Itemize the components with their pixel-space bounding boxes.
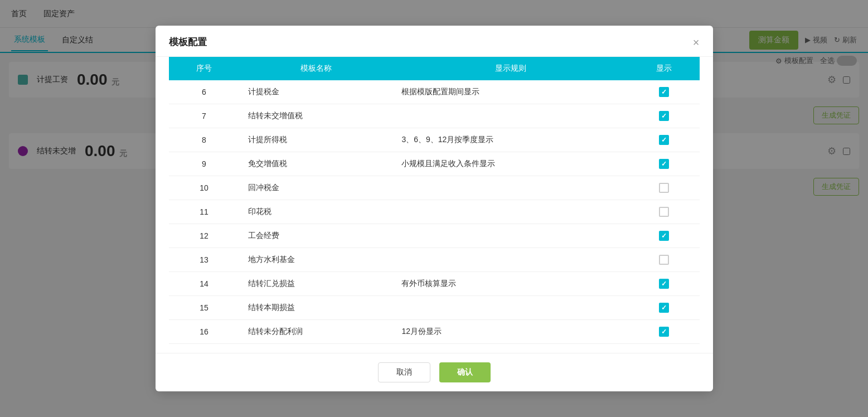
checkbox-checked-3[interactable] [659, 159, 669, 169]
cell-rule-5 [392, 200, 628, 224]
table-row: 10回冲税金 [169, 176, 700, 200]
checkbox-checked-8[interactable] [659, 279, 669, 289]
modal-overlay: 模板配置 × 序号 模板名称 显示规则 显示 6计提税金根据模版配置期间显示7结… [0, 0, 868, 417]
cell-no-8: 14 [169, 272, 240, 296]
cell-check-2[interactable] [629, 128, 700, 152]
cell-name-4: 回冲税金 [239, 176, 392, 200]
cell-check-8[interactable] [629, 272, 700, 296]
table-row: 8计提所得税3、6、9、12月按季度显示 [169, 128, 700, 152]
cell-no-2: 8 [169, 128, 240, 152]
table-row: 12工会经费 [169, 224, 700, 248]
table-row: 14结转汇兑损益有外币核算显示 [169, 272, 700, 296]
config-table: 序号 模板名称 显示规则 显示 6计提税金根据模版配置期间显示7结转未交增值税8… [169, 57, 700, 344]
checkbox-2[interactable] [638, 135, 691, 145]
cell-check-6[interactable] [629, 224, 700, 248]
checkbox-6[interactable] [638, 231, 691, 241]
cell-name-8: 结转汇兑损益 [239, 272, 392, 296]
cell-name-5: 印花税 [239, 200, 392, 224]
checkbox-checked-1[interactable] [659, 111, 669, 121]
checkbox-unchecked-5[interactable] [659, 207, 669, 217]
cell-name-6: 工会经费 [239, 224, 392, 248]
checkbox-unchecked-7[interactable] [659, 255, 669, 265]
cell-rule-1 [392, 104, 628, 128]
cell-check-7[interactable] [629, 248, 700, 272]
cell-rule-3: 小规模且满足收入条件显示 [392, 152, 628, 176]
cell-name-10: 结转未分配利润 [239, 320, 392, 344]
table-header-row: 序号 模板名称 显示规则 显示 [169, 57, 700, 80]
col-header-no: 序号 [169, 57, 240, 80]
cell-no-6: 12 [169, 224, 240, 248]
template-config-dialog: 模板配置 × 序号 模板名称 显示规则 显示 6计提税金根据模版配置期间显示7结… [156, 26, 713, 391]
table-row: 9免交增值税小规模且满足收入条件显示 [169, 152, 700, 176]
checkbox-9[interactable] [638, 303, 691, 313]
checkbox-10[interactable] [638, 327, 691, 337]
dialog-close-button[interactable]: × [693, 37, 700, 48]
table-row: 16结转未分配利润12月份显示 [169, 320, 700, 344]
checkbox-0[interactable] [638, 87, 691, 97]
cell-rule-9 [392, 296, 628, 320]
dialog-header: 模板配置 × [156, 26, 713, 57]
cell-rule-6 [392, 224, 628, 248]
cancel-button[interactable]: 取消 [378, 362, 430, 382]
col-header-rule: 显示规则 [392, 57, 628, 80]
cell-name-0: 计提税金 [239, 80, 392, 104]
cell-check-5[interactable] [629, 200, 700, 224]
col-header-display: 显示 [629, 57, 700, 80]
checkbox-1[interactable] [638, 111, 691, 121]
checkbox-checked-9[interactable] [659, 303, 669, 313]
checkbox-checked-2[interactable] [659, 135, 669, 145]
cell-rule-10: 12月份显示 [392, 320, 628, 344]
cell-no-1: 7 [169, 104, 240, 128]
cell-check-3[interactable] [629, 152, 700, 176]
cell-no-9: 15 [169, 296, 240, 320]
cell-check-0[interactable] [629, 80, 700, 104]
table-row: 15结转本期损益 [169, 296, 700, 320]
cell-check-10[interactable] [629, 320, 700, 344]
cell-no-3: 9 [169, 152, 240, 176]
checkbox-8[interactable] [638, 279, 691, 289]
cell-name-9: 结转本期损益 [239, 296, 392, 320]
dialog-body: 序号 模板名称 显示规则 显示 6计提税金根据模版配置期间显示7结转未交增值税8… [156, 57, 713, 353]
cell-rule-2: 3、6、9、12月按季度显示 [392, 128, 628, 152]
checkbox-7[interactable] [638, 255, 691, 265]
confirm-button[interactable]: 确认 [439, 362, 491, 382]
col-header-name: 模板名称 [239, 57, 392, 80]
table-row: 13地方水利基金 [169, 248, 700, 272]
table-row: 11印花税 [169, 200, 700, 224]
cell-check-1[interactable] [629, 104, 700, 128]
cell-rule-7 [392, 248, 628, 272]
checkbox-checked-10[interactable] [659, 327, 669, 337]
table-row: 6计提税金根据模版配置期间显示 [169, 80, 700, 104]
checkbox-unchecked-4[interactable] [659, 183, 669, 193]
cell-no-10: 16 [169, 320, 240, 344]
cell-rule-8: 有外币核算显示 [392, 272, 628, 296]
dialog-title: 模板配置 [169, 36, 207, 49]
checkbox-checked-0[interactable] [659, 87, 669, 97]
checkbox-4[interactable] [638, 183, 691, 193]
cell-name-2: 计提所得税 [239, 128, 392, 152]
dialog-footer: 取消 确认 [156, 353, 713, 391]
cell-no-0: 6 [169, 80, 240, 104]
cell-name-3: 免交增值税 [239, 152, 392, 176]
cell-no-4: 10 [169, 176, 240, 200]
checkbox-checked-6[interactable] [659, 231, 669, 241]
cell-no-5: 11 [169, 200, 240, 224]
cell-name-1: 结转未交增值税 [239, 104, 392, 128]
cell-rule-4 [392, 176, 628, 200]
checkbox-3[interactable] [638, 159, 691, 169]
cell-check-4[interactable] [629, 176, 700, 200]
table-row: 7结转未交增值税 [169, 104, 700, 128]
cell-no-7: 13 [169, 248, 240, 272]
cell-name-7: 地方水利基金 [239, 248, 392, 272]
cell-check-9[interactable] [629, 296, 700, 320]
cell-rule-0: 根据模版配置期间显示 [392, 80, 628, 104]
checkbox-5[interactable] [638, 207, 691, 217]
